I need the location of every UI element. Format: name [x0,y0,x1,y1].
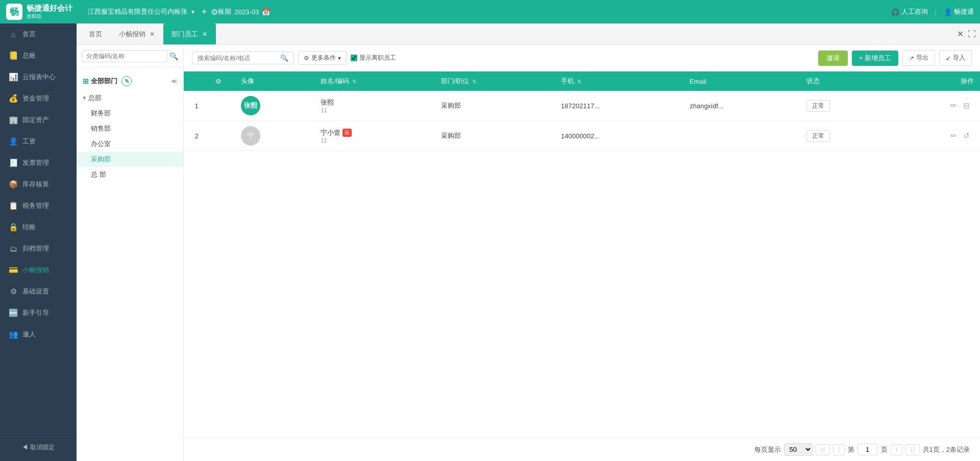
tab-expense-close[interactable]: ✕ [150,31,155,38]
sidebar-item-funds[interactable]: 💰 资金管理 [0,88,77,109]
row2-edit-button[interactable]: ✏ [950,131,957,140]
dept-label-hq: 总部 [88,94,102,102]
page-number-input[interactable] [857,444,878,455]
tax-icon: 📋 [8,201,18,210]
prev-page-button[interactable]: ⟨ [833,444,845,455]
first-page-button[interactable]: ⟨⟨ [816,444,830,455]
dept-tree: ⊞ 全部部门 ✎ ≪ ▾ 总部 财务部 销售部 [77,68,183,461]
sidebar: ⌂ 首页 📒 总账 📊 云报表中心 💰 资金管理 🏢 固定资产 👤 工资 🧾 发… [0,23,77,461]
dept-item-general[interactable]: 总 部 [77,167,183,182]
left-panel: 🔍 ⊞ 全部部门 ✎ ≪ ▾ 总部 财务部 [77,45,184,461]
col-settings[interactable]: ⚙ [209,71,235,91]
sidebar-item-closing[interactable]: 🔒 结账 [0,216,77,238]
calendar-icon[interactable]: 📅 [262,8,270,16]
dept-item-hq[interactable]: ▾ 总部 [77,90,183,106]
row2-dept-cell: 采购部 [435,121,555,151]
invite-button[interactable]: 邀请 [818,51,848,66]
sidebar-item-home[interactable]: ⌂ 首页 [0,23,77,45]
all-dept-item[interactable]: ⊞ 全部部门 ✎ ≪ [77,72,183,90]
show-resigned-label[interactable]: 显示离职员工 [351,54,396,62]
company-selector[interactable]: 江西服宝精品有限责任公司内账张 ▼ [88,7,195,16]
per-page-select[interactable]: 50 10 20 100 [784,443,813,456]
col-phone[interactable]: 手机 ⇅ [555,71,683,91]
row1-edit-button[interactable]: ✏ [950,101,957,110]
row2-email-cell [683,121,800,151]
dept-item-finance[interactable]: 财务部 [77,106,183,121]
dept-edit-button[interactable]: ✎ [121,76,132,86]
tab-window-buttons: ✕ ⛶ [957,29,976,39]
tab-employee[interactable]: 部门员工 ✕ [163,23,216,44]
sidebar-item-inventory[interactable]: 📦 库存核算 [0,174,77,195]
maximize-window-button[interactable]: ⛶ [968,30,976,39]
col-name-code[interactable]: 姓名/编码 ⇅ [314,71,434,91]
sidebar-item-assets[interactable]: 🏢 固定资产 [0,109,77,131]
page-content: 🔍 ⊞ 全部部门 ✎ ≪ ▾ 总部 财务部 [77,45,980,461]
pagination-bar: 每页显示 50 10 20 100 ⟨⟨ ⟨ 第 页 ⟩ ⟩⟩ 共1页，2条记录 [184,438,980,461]
row1-avatar-cell: 张熙 [235,91,314,121]
dept-item-sales[interactable]: 销售部 [77,121,183,136]
dept-search-icon[interactable]: 🔍 [169,52,178,60]
add-employee-button[interactable]: + 新增员工 [852,51,898,66]
tab-home-label: 首页 [89,30,102,39]
unfix-label: ◀ 取消固定 [22,443,54,452]
filter-icon: ⚙ [304,55,309,62]
sidebar-item-reports[interactable]: 📊 云报表中心 [0,66,77,88]
next-page-button[interactable]: ⟩ [891,444,902,455]
tab-bar: 首页 小畅报销 ✕ 部门员工 ✕ ✕ ⛶ [77,23,980,45]
dept-search-input[interactable] [82,50,167,62]
sidebar-item-salary[interactable]: 👤 工资 [0,131,77,152]
user-icon: 👤 [944,8,952,16]
unfix-button[interactable]: ◀ 取消固定 [0,439,77,456]
sidebar-item-tax[interactable]: 📋 税务管理 [0,195,77,216]
header-divider: | [935,8,937,16]
sidebar-item-archive[interactable]: 🗂 归档管理 [0,238,77,259]
tab-home[interactable]: 首页 [81,23,111,44]
sidebar-label-invite: 邀人 [22,330,36,339]
dept-item-office[interactable]: 办公室 [77,136,183,152]
row2-restore-button[interactable]: ↺ [963,131,970,140]
last-page-button[interactable]: ⟩⟩ [905,444,920,455]
sidebar-item-expense[interactable]: 💳 小畅报销 [0,259,77,281]
archive-icon: 🗂 [8,245,18,253]
tab-expense[interactable]: 小畅报销 ✕ [111,23,163,44]
sidebar-label-closing: 结账 [22,223,36,232]
toolbar: 🔍 ⚙ 更多条件 ▾ 显示离职员工 邀请 + 新增员工 [184,45,980,71]
col-dept[interactable]: 部门/职位 ⇅ [435,71,555,91]
employee-search-input[interactable] [198,55,277,62]
more-filter-button[interactable]: ⚙ 更多条件 ▾ [298,51,347,65]
show-resigned-checkbox[interactable] [351,55,357,61]
sidebar-item-invoice[interactable]: 🧾 发票管理 [0,152,77,174]
home-icon: ⌂ [8,30,18,39]
filter-label: 更多条件 [311,54,336,62]
dept-label-sales: 销售部 [91,125,111,132]
dept-item-purchase[interactable]: 采购部 [77,152,183,167]
col-index [184,71,209,91]
col-status: 状态 [800,71,891,91]
sidebar-item-invite[interactable]: 👥 邀人 [0,324,77,345]
add-account-button[interactable]: + [202,7,207,17]
export-button[interactable]: ↗ 导出 [902,50,935,66]
dept-label-general: 总 部 [91,171,106,178]
settings-button[interactable]: ⚙ [211,7,218,17]
sidebar-item-settings[interactable]: ⚙ 基础设置 [0,281,77,302]
export-icon: ↗ [909,55,914,62]
emp-code: 12 [321,137,428,143]
period-value: 2023-03 [234,8,259,16]
service-button[interactable]: 🎧 人工咨询 [891,7,928,16]
employee-table: ⚙ 头像 姓名/编码 ⇅ 部门/职位 ⇅ 手机 ⇅ Email 状态 操作 [184,71,980,151]
row1-name-cell: 张熙 11 [314,91,434,121]
company-name: 江西服宝精品有限责任公司内账张 [88,7,187,16]
employee-search-icon[interactable]: 🔍 [280,54,288,62]
sort-dept-icon: ⇅ [472,79,476,84]
sidebar-item-guide[interactable]: 🆕 新手引导 [0,302,77,324]
headset-icon: 🎧 [891,8,899,16]
user-area[interactable]: 👤 畅捷通 [944,7,974,16]
close-window-button[interactable]: ✕ [957,29,964,39]
dept-collapse-arrow[interactable]: ≪ [171,78,177,85]
row1-logout-button[interactable]: ⊟ [963,101,970,110]
sidebar-item-ledger[interactable]: 📒 总账 [0,45,77,66]
table-row: 1 张熙 张熙 11 采购部 187202117... [184,91,980,121]
tab-employee-close[interactable]: ✕ [202,31,207,38]
import-button[interactable]: ↙ 导入 [939,50,972,66]
company-dropdown-arrow: ▼ [190,9,195,15]
